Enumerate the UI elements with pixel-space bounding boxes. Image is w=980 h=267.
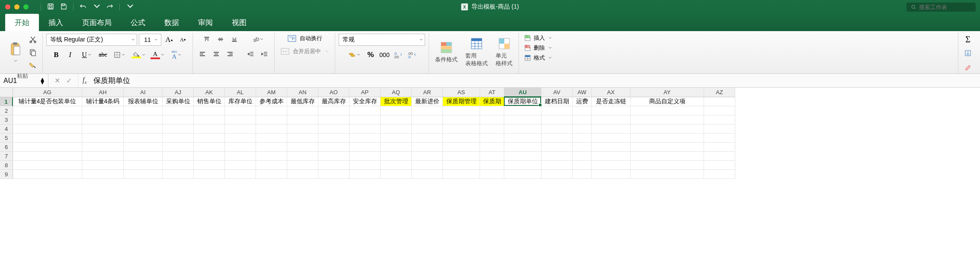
autosave-icon[interactable] bbox=[47, 3, 54, 11]
format-cells-button[interactable]: 格式 bbox=[522, 54, 554, 62]
cell-AU1[interactable]: 保质期单位 bbox=[504, 97, 541, 106]
cell-AM2[interactable] bbox=[256, 106, 287, 115]
cell-AP2[interactable] bbox=[349, 106, 381, 115]
cell-AM9[interactable] bbox=[256, 170, 287, 179]
underline-button[interactable]: U bbox=[78, 49, 95, 60]
cell-AM1[interactable]: 参考成本 bbox=[256, 97, 287, 106]
column-header-AS[interactable]: AS bbox=[443, 88, 480, 97]
cell-AG8[interactable] bbox=[13, 161, 82, 170]
column-header-AK[interactable]: AK bbox=[194, 88, 225, 97]
row-header-7[interactable]: 7 bbox=[0, 152, 13, 161]
cell-AT8[interactable] bbox=[480, 161, 504, 170]
cell-AI9[interactable] bbox=[124, 170, 163, 179]
cell-AH3[interactable] bbox=[82, 115, 124, 124]
cell-AN2[interactable] bbox=[287, 106, 318, 115]
cell-AY4[interactable] bbox=[631, 124, 704, 134]
column-header-AT[interactable]: AT bbox=[480, 88, 504, 97]
cell-AS2[interactable] bbox=[443, 106, 480, 115]
cell-AT3[interactable] bbox=[480, 115, 504, 124]
cell-AP5[interactable] bbox=[349, 134, 381, 143]
row-header-1[interactable]: 1 bbox=[0, 97, 13, 106]
strikethrough-button[interactable]: abc bbox=[97, 49, 109, 60]
cell-AP9[interactable] bbox=[349, 170, 381, 179]
cell-AU7[interactable] bbox=[504, 152, 541, 161]
cell-AR8[interactable] bbox=[412, 161, 443, 170]
cell-AW5[interactable] bbox=[573, 134, 592, 143]
cell-styles-button[interactable]: 单元 格样式 bbox=[493, 36, 515, 68]
cell-AM3[interactable] bbox=[256, 115, 287, 124]
cell-AQ7[interactable] bbox=[381, 152, 412, 161]
cell-AY3[interactable] bbox=[631, 115, 704, 124]
cell-AW2[interactable] bbox=[573, 106, 592, 115]
cell-AU8[interactable] bbox=[504, 161, 541, 170]
align-middle-button[interactable] bbox=[215, 34, 227, 45]
cell-AX9[interactable] bbox=[592, 170, 631, 179]
cell-AT7[interactable] bbox=[480, 152, 504, 161]
row-header-6[interactable]: 6 bbox=[0, 143, 13, 152]
cell-AX2[interactable] bbox=[592, 106, 631, 115]
cell-AT4[interactable] bbox=[480, 124, 504, 134]
cell-AP6[interactable] bbox=[349, 143, 381, 152]
cell-AX6[interactable] bbox=[592, 143, 631, 152]
cell-AT1[interactable]: 保质期 bbox=[480, 97, 504, 106]
save-icon[interactable] bbox=[60, 3, 67, 11]
increase-indent-button[interactable] bbox=[259, 48, 271, 60]
search-input[interactable] bbox=[919, 4, 971, 10]
cell-AZ8[interactable] bbox=[704, 161, 735, 170]
cell-AZ1[interactable] bbox=[704, 97, 735, 106]
decrease-indent-button[interactable] bbox=[245, 48, 257, 60]
tab-insert[interactable]: 插入 bbox=[39, 14, 73, 31]
column-header-AP[interactable]: AP bbox=[349, 88, 381, 97]
cell-AV8[interactable] bbox=[541, 161, 573, 170]
cell-AJ1[interactable]: 采购单位 bbox=[163, 97, 194, 106]
cell-AQ6[interactable] bbox=[381, 143, 412, 152]
cell-AL2[interactable] bbox=[225, 106, 256, 115]
column-header-AM[interactable]: AM bbox=[256, 88, 287, 97]
column-header-AL[interactable]: AL bbox=[225, 88, 256, 97]
cell-AO5[interactable] bbox=[318, 134, 349, 143]
cell-AW1[interactable]: 运费 bbox=[573, 97, 592, 106]
cell-AP3[interactable] bbox=[349, 115, 381, 124]
cell-AL1[interactable]: 库存单位 bbox=[225, 97, 256, 106]
cell-AU2[interactable] bbox=[504, 106, 541, 115]
cell-AO1[interactable]: 最高库存 bbox=[318, 97, 349, 106]
cell-AO9[interactable] bbox=[318, 170, 349, 179]
cell-AV6[interactable] bbox=[541, 143, 573, 152]
bold-button[interactable]: B bbox=[50, 49, 62, 60]
cell-AY7[interactable] bbox=[631, 152, 704, 161]
cancel-formula-button[interactable]: ✕ bbox=[54, 76, 60, 85]
cell-AN3[interactable] bbox=[287, 115, 318, 124]
cell-AK1[interactable]: 销售单位 bbox=[194, 97, 225, 106]
cell-AO6[interactable] bbox=[318, 143, 349, 152]
cell-AJ4[interactable] bbox=[163, 124, 194, 134]
cell-AQ3[interactable] bbox=[381, 115, 412, 124]
cell-AV2[interactable] bbox=[541, 106, 573, 115]
cell-AU4[interactable] bbox=[504, 124, 541, 134]
column-header-AO[interactable]: AO bbox=[318, 88, 349, 97]
align-bottom-button[interactable] bbox=[228, 34, 240, 45]
cell-AS8[interactable] bbox=[443, 161, 480, 170]
cell-AI1[interactable]: 报表辅单位 bbox=[124, 97, 163, 106]
cell-AK5[interactable] bbox=[194, 134, 225, 143]
cell-AW8[interactable] bbox=[573, 161, 592, 170]
cell-AV9[interactable] bbox=[541, 170, 573, 179]
cell-AX3[interactable] bbox=[592, 115, 631, 124]
cell-AH9[interactable] bbox=[82, 170, 124, 179]
increase-decimal-button[interactable]: .0.00 bbox=[392, 49, 404, 60]
cell-AK9[interactable] bbox=[194, 170, 225, 179]
tab-page-layout[interactable]: 页面布局 bbox=[73, 14, 121, 31]
phonetic-button[interactable]: abcA bbox=[168, 49, 185, 60]
cell-AZ2[interactable] bbox=[704, 106, 735, 115]
cell-AR4[interactable] bbox=[412, 124, 443, 134]
cell-AM5[interactable] bbox=[256, 134, 287, 143]
cell-AM8[interactable] bbox=[256, 161, 287, 170]
cell-AJ7[interactable] bbox=[163, 152, 194, 161]
cell-AN9[interactable] bbox=[287, 170, 318, 179]
cell-AX4[interactable] bbox=[592, 124, 631, 134]
paste-button[interactable] bbox=[6, 41, 24, 64]
cell-AS3[interactable] bbox=[443, 115, 480, 124]
conditional-format-button[interactable]: 条件格式 bbox=[432, 40, 460, 64]
column-header-AV[interactable]: AV bbox=[541, 88, 573, 97]
cell-AG4[interactable] bbox=[13, 124, 82, 134]
clear-button[interactable] bbox=[962, 61, 974, 73]
